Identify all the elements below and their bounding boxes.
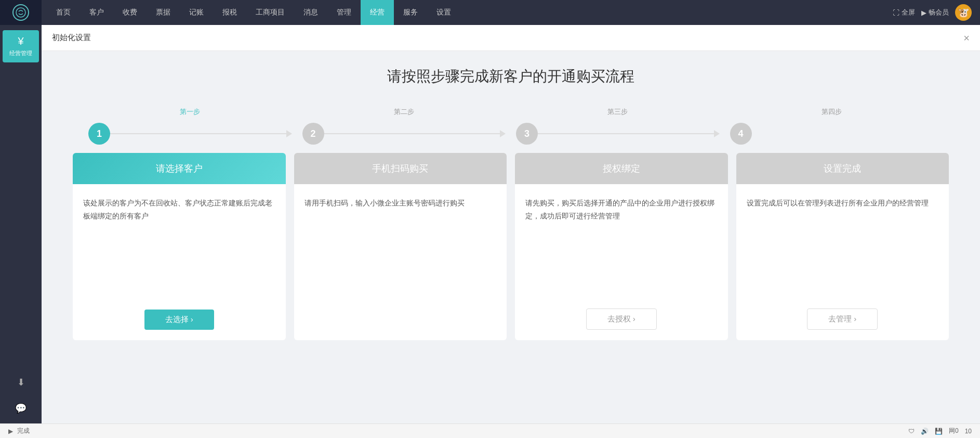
step-2-label: 第二步: [394, 107, 414, 117]
top-nav: 首页 客户 收费 票据 记账 报税 工商项目 消息 管理 经营 服务 设置 ⛶ …: [0, 0, 980, 25]
fullscreen-icon: ⛶: [893, 9, 899, 17]
logo-icon: [12, 4, 29, 21]
nav-settings[interactable]: 设置: [427, 0, 460, 25]
operation-icon: ¥: [18, 35, 23, 47]
card1-body-text: 该处展示的客户为不在回收站、客户状态正常建账后完成老板端绑定的所有客户: [83, 199, 272, 220]
step-1-row: 1: [88, 123, 292, 145]
step-3-label: 第三步: [607, 107, 628, 117]
card1-body: 该处展示的客户为不在回收站、客户状态正常建账后完成老板端绑定的所有客户: [73, 184, 286, 301]
save-icon: 💾: [935, 428, 943, 435]
step-3-arrow: [714, 130, 720, 137]
avatar[interactable]: 🐮: [955, 4, 972, 21]
step-3-row: 3: [516, 123, 720, 145]
step-2-circle: 2: [302, 123, 324, 145]
status-bar: ▶ 完成 🛡 🔊 💾 网0 10: [0, 423, 980, 438]
card-step4: 设置完成 设置完成后可以在管理列表进行所有企业用户的经营管理 去管理 ›: [736, 153, 949, 340]
sidebar: ¥ 经营管理 ⬇ 💬: [0, 25, 42, 423]
step-2-row: 2: [302, 123, 506, 145]
steps-visual: 第一步 1 第二步 2: [73, 107, 949, 145]
step-2-arrow: [500, 130, 506, 137]
go-manage-button[interactable]: 去管理 ›: [807, 308, 878, 330]
step-3-circle: 3: [516, 123, 538, 145]
content-area: 初始化设置 × 请按照步骤完成新客户的开通购买流程 第一步 1: [42, 25, 980, 423]
step-1-circle: 1: [88, 123, 110, 145]
step-1-line: [110, 133, 286, 134]
card2-header: 手机扫码购买: [294, 153, 507, 184]
step-2-line: [324, 133, 500, 134]
card3-header: 授权绑定: [515, 153, 728, 184]
vip-icon: ▶: [921, 9, 926, 17]
step-1-arrow: [286, 130, 292, 137]
nav-business[interactable]: 工商项目: [246, 0, 294, 25]
step-2-visual: 第二步 2: [302, 107, 506, 145]
card2-body: 请用手机扫码，输入小微企业主账号密码进行购买: [294, 184, 507, 321]
nav-account[interactable]: 记账: [180, 0, 213, 25]
vip-btn[interactable]: ▶ 畅会员: [921, 8, 949, 17]
card4-footer: 去管理 ›: [736, 300, 949, 340]
go-authorize-button[interactable]: 去授权 ›: [586, 308, 657, 330]
card3-body: 请先购买，购买后选择开通的产品中的企业用户进行授权绑定，成功后即可进行经营管理: [515, 184, 728, 300]
sound-icon: 🔊: [921, 428, 929, 435]
nav-tax[interactable]: 报税: [213, 0, 246, 25]
card1-footer: 去选择 ›: [73, 301, 286, 340]
nav-fee[interactable]: 收费: [113, 0, 147, 25]
page-title: 初始化设置: [52, 33, 91, 43]
card4-body-text: 设置完成后可以在管理列表进行所有企业用户的经营管理: [747, 199, 929, 207]
step-1-label: 第一步: [180, 107, 200, 117]
nav-service[interactable]: 服务: [394, 0, 427, 25]
chat-icon: 💬: [15, 403, 27, 414]
card-step1: 请选择客户 该处展示的客户为不在回收站、客户状态正常建账后完成老板端绑定的所有客…: [73, 153, 286, 340]
status-bar-left: ▶ 完成: [8, 427, 30, 435]
card4-body: 设置完成后可以在管理列表进行所有企业用户的经营管理: [736, 184, 949, 300]
time-display: 10: [965, 428, 972, 435]
nav-items: 首页 客户 收费 票据 记账 报税 工商项目 消息 管理 经营 服务 设置: [42, 0, 893, 25]
status-label: 完成: [17, 427, 30, 435]
nav-manage[interactable]: 管理: [327, 0, 361, 25]
sidebar-item-operation[interactable]: ¥ 经营管理: [3, 30, 39, 62]
step-3-visual: 第三步 3: [516, 107, 720, 145]
shield-icon: 🛡: [908, 428, 915, 435]
wizard-heading: 请按照步骤完成新客户的开通购买流程: [73, 67, 949, 86]
main-layout: ¥ 经营管理 ⬇ 💬 初始化设置 × 请按照步骤完成新客户的开通购买流程 第一步: [0, 25, 980, 423]
step-4-circle: 4: [730, 123, 752, 145]
status-bar-right: 🛡 🔊 💾 网0 10: [908, 427, 972, 435]
step-4-label: 第四步: [822, 107, 842, 117]
close-button[interactable]: ×: [963, 33, 970, 43]
download-icon: ⬇: [17, 377, 25, 388]
nav-operation[interactable]: 经营: [361, 0, 394, 25]
card-step2: 手机扫码购买 请用手机扫码，输入小微企业主账号密码进行购买: [294, 153, 507, 340]
sidebar-item-label: 经营管理: [9, 49, 32, 57]
play-icon: ▶: [8, 428, 13, 435]
network-status: 网0: [949, 427, 959, 435]
step-4-row: 4: [730, 123, 934, 145]
step-4-visual: 第四步 4: [730, 107, 934, 145]
sidebar-chat[interactable]: 💬: [3, 397, 39, 419]
card3-body-text: 请先购买，购买后选择开通的产品中的企业用户进行授权绑定，成功后即可进行经营管理: [525, 199, 714, 220]
cards-row: 请选择客户 该处展示的客户为不在回收站、客户状态正常建账后完成老板端绑定的所有客…: [73, 153, 949, 340]
card3-footer: 去授权 ›: [515, 300, 728, 340]
fullscreen-btn[interactable]: ⛶ 全屏: [893, 8, 915, 17]
sidebar-download[interactable]: ⬇: [3, 371, 39, 393]
step-3-line: [538, 133, 714, 134]
card4-header: 设置完成: [736, 153, 949, 184]
card1-header: 请选择客户: [73, 153, 286, 184]
card2-footer: [294, 321, 507, 340]
logo[interactable]: [0, 0, 42, 25]
page-header: 初始化设置 ×: [42, 25, 980, 51]
card-step3: 授权绑定 请先购买，购买后选择开通的产品中的企业用户进行授权绑定，成功后即可进行…: [515, 153, 728, 340]
go-select-button[interactable]: 去选择 ›: [144, 310, 214, 330]
card2-body-text: 请用手机扫码，输入小微企业主账号密码进行购买: [304, 199, 465, 207]
wizard-container: 请按照步骤完成新客户的开通购买流程 第一步 1: [42, 51, 980, 356]
nav-home[interactable]: 首页: [47, 0, 80, 25]
nav-right: ⛶ 全屏 ▶ 畅会员 🐮: [893, 4, 980, 21]
step-1-visual: 第一步 1: [88, 107, 292, 145]
nav-customer[interactable]: 客户: [80, 0, 113, 25]
nav-ticket[interactable]: 票据: [147, 0, 180, 25]
nav-message[interactable]: 消息: [294, 0, 327, 25]
